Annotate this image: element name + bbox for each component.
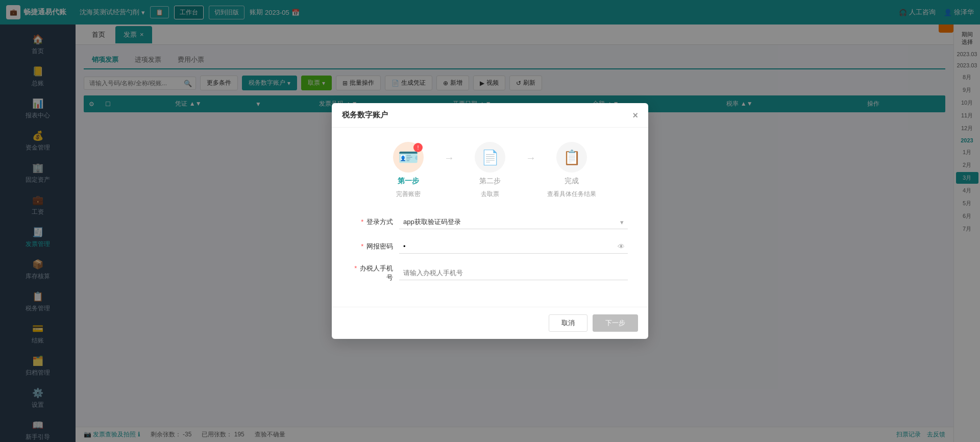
step-3-desc: 查看具体任务结果 xyxy=(547,190,596,199)
required-mark: * xyxy=(361,218,363,226)
step-2-icon: 📄 xyxy=(475,142,505,173)
step-3-title: 完成 xyxy=(565,177,579,186)
password-label: * 网报密码 xyxy=(352,242,393,251)
step-1-title: 第一步 xyxy=(398,177,419,186)
step-2-desc: 去取票 xyxy=(481,190,499,199)
arrow-1: → xyxy=(444,152,454,164)
modal-header: 税务数字账户 × xyxy=(332,103,648,128)
modal-overlay: 税务数字账户 × 🪪 ! 第一步 完善账密 → xyxy=(0,0,980,442)
login-method-row: * 登录方式 app获取验证码登录 密码登录 ▾ xyxy=(352,215,628,229)
step-1-icon: 🪪 ! xyxy=(393,142,424,173)
login-method-label: * 登录方式 xyxy=(352,217,393,227)
step-2-title: 第二步 xyxy=(479,177,501,186)
step-1-badge: ! xyxy=(413,143,423,152)
login-method-select-wrap: app获取验证码登录 密码登录 ▾ xyxy=(399,215,628,229)
required-mark-2: * xyxy=(361,242,363,250)
checklist-icon: 📋 xyxy=(563,149,581,166)
phone-label: * 办税人手机号 xyxy=(352,264,393,282)
login-method-select[interactable]: app获取验证码登录 密码登录 xyxy=(399,215,628,229)
modal-body: 🪪 ! 第一步 完善账密 → 📄 第二步 去取票 → xyxy=(332,128,648,307)
arrow-2: → xyxy=(526,152,536,164)
tax-account-modal: 税务数字账户 × 🪪 ! 第一步 完善账密 → xyxy=(332,103,648,339)
password-toggle-icon[interactable]: 👁 xyxy=(618,242,625,251)
next-button[interactable]: 下一步 xyxy=(593,314,638,332)
phone-input[interactable] xyxy=(399,266,628,280)
modal-title: 税务数字账户 xyxy=(342,110,388,120)
required-mark-3: * xyxy=(354,264,357,272)
password-row: * 网报密码 👁 xyxy=(352,239,628,254)
step-1-desc: 完善账密 xyxy=(396,190,421,199)
modal-close-button[interactable]: × xyxy=(632,111,638,120)
document-icon: 📄 xyxy=(481,149,499,166)
cancel-button[interactable]: 取消 xyxy=(549,314,587,332)
step-1: 🪪 ! 第一步 完善账密 xyxy=(373,142,444,199)
password-wrap: 👁 xyxy=(399,239,628,254)
step-2: 📄 第二步 去取票 xyxy=(454,142,526,199)
phone-row: * 办税人手机号 xyxy=(352,264,628,282)
steps: 🪪 ! 第一步 完善账密 → 📄 第二步 去取票 → xyxy=(352,142,628,199)
modal-footer: 取消 下一步 xyxy=(332,307,648,339)
step-3-icon: 📋 xyxy=(556,142,587,173)
step-3: 📋 完成 查看具体任务结果 xyxy=(536,142,607,199)
password-input[interactable] xyxy=(399,239,628,254)
